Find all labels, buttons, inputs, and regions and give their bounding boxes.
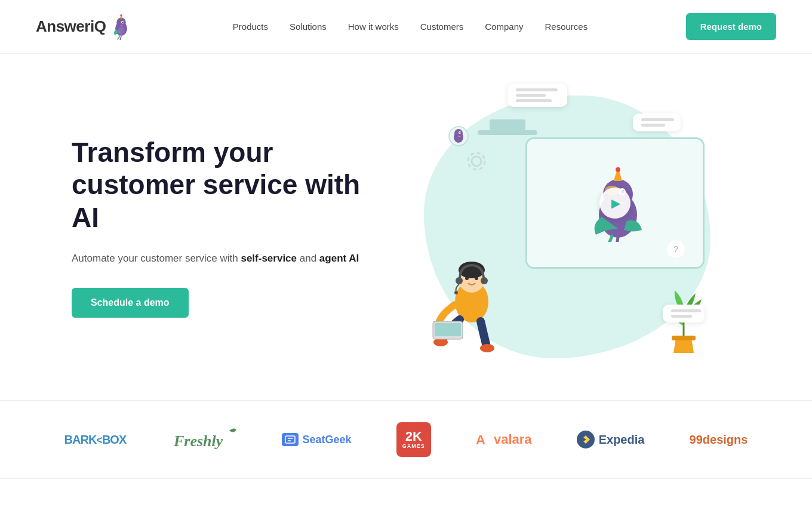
logo-freshly: Freshly (171, 425, 236, 454)
chat-bubble-1 (508, 84, 567, 107)
svg-point-22 (481, 277, 488, 284)
nav-link-company[interactable]: Company (485, 21, 523, 32)
svg-point-28 (460, 132, 461, 133)
svg-point-11 (616, 167, 620, 172)
nav-link-how-it-works[interactable]: How it works (348, 21, 399, 32)
svg-rect-34 (285, 436, 295, 443)
hero-section: Transform your customer service with AI … (0, 54, 812, 400)
expedia-icon (577, 431, 595, 449)
schedule-demo-button[interactable]: Schedule a demo (72, 288, 189, 318)
nav-item-solutions[interactable]: Solutions (290, 21, 327, 32)
mini-parrot-icon (448, 125, 469, 149)
logos-strip: BARK<BOX Freshly SeatGeek 2K GAMES A val… (0, 400, 812, 479)
logo-expedia: Expedia (577, 431, 645, 449)
hero-content: Transform your customer service with AI … (72, 136, 382, 318)
hero-scene: ▶ ? (424, 96, 710, 358)
nav-item-customers[interactable]: Customers (420, 21, 464, 32)
svg-point-15 (465, 277, 469, 280)
monitor-stand (490, 119, 525, 130)
person-illustration (430, 257, 513, 352)
hero-title: Transform your customer service with AI (72, 136, 382, 234)
svg-rect-29 (672, 336, 696, 340)
logo-99designs: 99designs (690, 433, 748, 447)
logo-2k-games: 2K GAMES (396, 422, 431, 457)
svg-text:Freshly: Freshly (173, 432, 223, 450)
logo-seatgeek: SeatGeek (282, 433, 352, 446)
svg-rect-20 (435, 323, 461, 336)
help-icon: ? (667, 240, 685, 258)
svg-point-32 (468, 153, 485, 170)
nav-link-customers[interactable]: Customers (420, 21, 464, 32)
nav-link-products[interactable]: Products (233, 21, 268, 32)
svg-point-21 (456, 277, 463, 284)
logo-barkbox: BARK<BOX (64, 433, 127, 447)
nav-link-resources[interactable]: Resources (545, 21, 588, 32)
nav-item-resources[interactable]: Resources (545, 21, 588, 32)
chat-bubble-2 (633, 113, 681, 131)
logo-text-bold: iQ (90, 17, 106, 35)
hero-illustration: ▶ ? (382, 90, 752, 364)
nav-links: Products Solutions How it works Customer… (233, 21, 588, 32)
svg-point-23 (454, 291, 458, 294)
chat-bubble-3 (663, 305, 705, 322)
logo-text-regular: Answer (36, 17, 90, 35)
nav-item-company[interactable]: Company (485, 21, 523, 32)
svg-point-3 (122, 21, 124, 23)
logo-bird-icon (108, 14, 134, 40)
monitor-container: ▶ ? (478, 119, 537, 135)
play-icon: ▶ (611, 196, 620, 210)
monitor-screen: ▶ ? (527, 139, 703, 267)
svg-point-31 (472, 156, 481, 166)
hero-subtitle: Automate your customer service with self… (72, 250, 382, 266)
logo-avalara: A valara (476, 431, 532, 448)
nav-item-products[interactable]: Products (233, 21, 268, 32)
monitor: ▶ ? (525, 137, 705, 269)
svg-point-18 (480, 344, 494, 352)
seatgeek-icon (282, 433, 299, 446)
logo[interactable]: AnsweriQ (36, 14, 134, 40)
nav-item-how-it-works[interactable]: How it works (348, 21, 399, 32)
logo-text: AnsweriQ (36, 17, 106, 36)
svg-point-16 (475, 277, 478, 280)
monitor-base (478, 130, 537, 135)
play-button[interactable]: ▶ (599, 188, 630, 219)
request-demo-button[interactable]: Request demo (686, 13, 776, 40)
navbar: AnsweriQ Products Solutions How it (0, 0, 812, 54)
svg-text:A: A (476, 432, 485, 447)
gear-icon (465, 149, 488, 176)
trusted-section: Trusted by customer service leaders (0, 479, 812, 513)
avalara-icon: A (476, 431, 493, 448)
nav-link-solutions[interactable]: Solutions (290, 21, 327, 32)
svg-point-5 (118, 27, 125, 35)
svg-point-4 (121, 14, 122, 16)
